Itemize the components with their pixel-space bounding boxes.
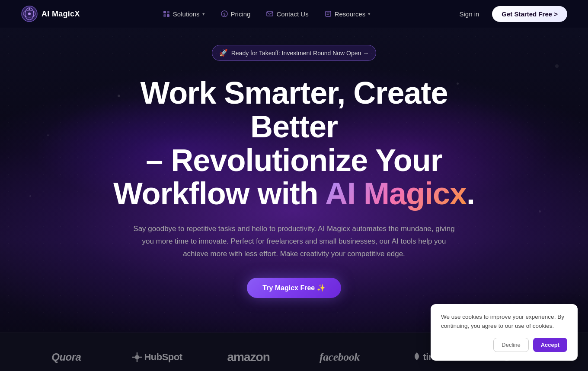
logo-quora: Quora [21,348,112,367]
logo-facebook: facebook [294,347,385,367]
hero-content: 🚀 Ready for Takeoff: Investment Round No… [99,45,489,298]
logo[interactable]: AI MagicX [21,5,80,22]
chevron-down-icon-2: ▾ [368,11,371,17]
svg-rect-7 [163,14,166,17]
logo-amazon: amazon [203,347,294,368]
nav-resources[interactable]: Resources ▾ [318,6,377,21]
get-started-button[interactable]: Get Started Free > [492,6,567,22]
svg-text:$: $ [223,12,225,16]
hero-subtext: Say goodbye to repetitive tasks and hell… [130,223,458,260]
svg-rect-11 [326,11,331,16]
logo-text: AI MagicX [42,10,80,19]
svg-point-3 [28,13,31,15]
svg-rect-6 [167,11,169,13]
chevron-down-icon: ▾ [202,11,205,17]
nav-links: Solutions ▾ $ Pricing Contact Us Resourc… [157,6,377,21]
svg-rect-5 [163,11,166,13]
cookie-decline-button[interactable]: Decline [493,338,528,352]
hero-section: 🚀 Ready for Takeoff: Investment Round No… [0,28,588,333]
logo-hubspot: HubSpot [112,348,203,366]
nav-solutions[interactable]: Solutions ▾ [157,6,211,21]
nav-pricing[interactable]: $ Pricing [214,6,257,21]
nav-right: Sign in Get Started Free > [453,6,567,22]
svg-point-4 [29,8,30,10]
sign-in-button[interactable]: Sign in [453,7,485,21]
svg-point-12 [135,355,139,359]
cookie-accept-button[interactable]: Accept [533,338,567,352]
cookie-message: We use cookies to improve your experienc… [441,313,567,331]
navbar: AI MagicX Solutions ▾ $ Pricing Contact … [0,0,588,28]
svg-rect-8 [167,14,169,17]
try-magicx-button[interactable]: Try Magicx Free ✨ [247,278,341,298]
cookie-banner: We use cookies to improve your experienc… [431,304,578,361]
hero-headline: Work Smarter, Create Better – Revolution… [99,76,489,211]
nav-contact[interactable]: Contact Us [260,6,314,21]
investment-badge[interactable]: 🚀 Ready for Takeoff: Investment Round No… [212,45,377,61]
rocket-icon: 🚀 [219,49,228,57]
cookie-actions: Decline Accept [441,338,567,352]
